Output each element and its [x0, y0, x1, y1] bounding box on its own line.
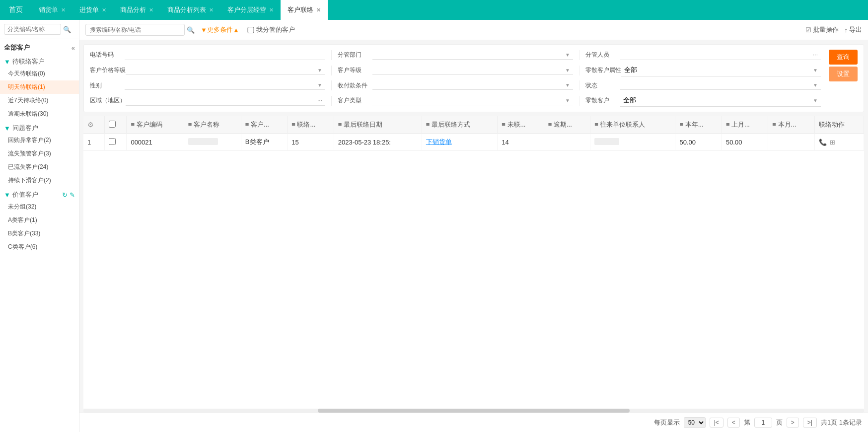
- table-footer: 每页显示 50 |< < 第 页 > >| 共1页 1条记录: [79, 413, 868, 432]
- filter-gender-field: 性别 ▼: [90, 81, 325, 90]
- sidebar-search-icon[interactable]: 🔍: [63, 26, 71, 33]
- filter-customer-level-select[interactable]: ▼: [372, 66, 573, 75]
- row-this-month: [768, 134, 814, 151]
- filter-price-level-field: 客户价格等级 ▼: [90, 66, 325, 75]
- nav-tab-product-list[interactable]: 商品分析列表 ✕: [160, 0, 220, 20]
- grid-action-icon[interactable]: ⊞: [830, 139, 835, 146]
- nav-tab-customer-tier[interactable]: 客户分层经营 ✕: [220, 0, 281, 20]
- page-size-select[interactable]: 50: [684, 417, 706, 428]
- export-icon: ↑: [845, 26, 848, 34]
- sidebar-item-today-contact[interactable]: 今天待联络(0): [0, 67, 79, 80]
- sidebar-item-ungrouped[interactable]: 未分组(32): [0, 200, 79, 214]
- filter-customer-level-field: 客户等级 ▼: [338, 66, 573, 75]
- search-input[interactable]: [85, 24, 185, 36]
- nav-tab-product-analysis[interactable]: 商品分析 ✕: [113, 0, 160, 20]
- sidebar-item-b-customers[interactable]: B类客户(33): [0, 227, 79, 240]
- refresh-icon[interactable]: ↻: [62, 191, 68, 199]
- row-select-checkbox[interactable]: [109, 138, 116, 145]
- table-area: ⚙ ≡ 客户编码 ≡ 客户名称 ≡ 客户... ≡ 联络... ≡ 最后联络日期…: [83, 116, 864, 409]
- query-button[interactable]: 查询: [829, 50, 858, 65]
- edit-value-icon[interactable]: ✎: [70, 191, 75, 199]
- row-overdue: [544, 134, 590, 151]
- set-button[interactable]: 设置: [829, 67, 858, 81]
- row-unit-contact: [590, 134, 675, 151]
- divider3: [331, 66, 332, 75]
- problem-customers-group: ▼ 问题客户: [0, 121, 79, 134]
- my-customer-checkbox-area[interactable]: 我分管的客户: [247, 25, 295, 34]
- filter-btn[interactable]: ▼ 更多条件 ▲: [201, 25, 239, 34]
- filter-panel: 电话号码 分管部门 ▼ 分管人员: [83, 44, 864, 112]
- next-page-btn[interactable]: >: [787, 418, 799, 428]
- filter-gender-select[interactable]: ▼: [125, 81, 325, 90]
- gender-dropdown-icon: ▼: [317, 82, 322, 88]
- col-type: ≡ 客户...: [241, 116, 287, 134]
- value-customers-group: ▼ 价值客户 ↻ ✎: [0, 187, 79, 200]
- page-number-input[interactable]: [754, 418, 772, 428]
- sidebar-item-a-customers[interactable]: A类客户(1): [0, 214, 79, 227]
- retail-attr-dropdown-icon: ▼: [813, 68, 818, 73]
- settings-icon[interactable]: ⚙: [87, 121, 94, 129]
- export-btn[interactable]: ↑ 导出: [845, 25, 863, 34]
- filter-price-level-select[interactable]: ▼: [126, 66, 325, 75]
- select-all-checkbox[interactable]: [109, 121, 116, 128]
- filter-person-select[interactable]: ···: [620, 50, 821, 60]
- sidebar-item-overdue-contact[interactable]: 逾期未联络(30): [0, 107, 79, 121]
- customer-type-dropdown-icon: ▼: [565, 98, 570, 103]
- close-product-list-tab[interactable]: ✕: [209, 7, 214, 13]
- filter-icon: ▼: [201, 26, 207, 34]
- first-page-btn[interactable]: |<: [710, 418, 723, 428]
- sidebar-item-churn-warning[interactable]: 流失预警客户(3): [0, 147, 79, 160]
- close-purchase-tab[interactable]: ✕: [102, 7, 106, 13]
- filter-region-select[interactable]: ···: [126, 95, 325, 106]
- filter-phone-input[interactable]: [125, 50, 325, 60]
- nav-tab-customer-contact[interactable]: 客户联络 ✕: [281, 0, 328, 20]
- last-contact-link[interactable]: 下销货单: [426, 138, 452, 145]
- unit-contact-masked: [594, 138, 619, 145]
- close-sales-tab[interactable]: ✕: [61, 7, 66, 13]
- filter-retail-attr-select[interactable]: 全部 ▼: [621, 64, 821, 76]
- filter-dept-select[interactable]: ▼: [372, 51, 573, 60]
- divider1: [331, 50, 332, 60]
- divider4: [579, 66, 579, 75]
- row-name-masked: [188, 138, 218, 145]
- col-checkbox: [104, 116, 127, 134]
- last-page-btn[interactable]: >|: [803, 418, 817, 428]
- pending-arrow-icon: ▼: [4, 58, 10, 66]
- divider8: [579, 96, 579, 106]
- batch-ops-btn[interactable]: ☑ 批量操作: [805, 25, 839, 34]
- filter-retail-customer-select[interactable]: 全部 ▼: [620, 94, 821, 107]
- row-no-contact: 14: [498, 134, 544, 151]
- sidebar-collapse-icon[interactable]: «: [72, 44, 75, 52]
- prev-page-btn[interactable]: <: [727, 418, 740, 428]
- close-product-analysis-tab[interactable]: ✕: [149, 7, 153, 13]
- filter-retail-customer-field: 零散客户 全部 ▼: [585, 94, 821, 107]
- filter-payment-select[interactable]: ▼: [372, 81, 573, 90]
- close-customer-contact-tab[interactable]: ✕: [316, 7, 321, 13]
- col-this-year: ≡ 本年...: [675, 116, 722, 134]
- col-overdue: ≡ 逾期...: [544, 116, 590, 134]
- sidebar-search-input[interactable]: [4, 24, 61, 35]
- nav-tab-purchase[interactable]: 进货单 ✕: [72, 0, 113, 20]
- sidebar-item-tomorrow-contact[interactable]: 明天待联络(1): [0, 80, 79, 94]
- col-action: 联络动作: [814, 116, 864, 134]
- sidebar-item-declining-customers[interactable]: 持续下滑客户(2): [0, 174, 79, 187]
- sidebar-item-lost-customers[interactable]: 已流失客户(24): [0, 160, 79, 174]
- phone-action-icon[interactable]: 📞: [819, 139, 827, 146]
- sidebar-item-c-customers[interactable]: C类客户(6): [0, 240, 79, 254]
- sidebar-item-7days-contact[interactable]: 近7天待联络(0): [0, 94, 79, 107]
- filter-status-select[interactable]: ▼: [620, 81, 821, 90]
- sidebar-item-repurchase-abnormal[interactable]: 回购异常客户(2): [0, 134, 79, 147]
- nav-home[interactable]: 首页: [0, 0, 32, 20]
- row-last-contact-date: 2023-05-23 18:25:: [334, 134, 422, 151]
- row-index: 1: [83, 134, 104, 151]
- nav-tab-sales[interactable]: 销货单 ✕: [32, 0, 72, 20]
- horizontal-scrollbar[interactable]: [83, 409, 864, 413]
- checkbox-icon: ☑: [805, 26, 811, 34]
- search-icon[interactable]: 🔍: [187, 26, 195, 34]
- scrollbar-thumb[interactable]: [318, 409, 630, 413]
- filter-customer-type-select[interactable]: ▼: [372, 96, 573, 105]
- my-customer-checkbox[interactable]: [247, 27, 254, 33]
- close-customer-tier-tab[interactable]: ✕: [269, 7, 274, 13]
- col-code: ≡ 客户编码: [127, 116, 184, 134]
- row-last-contact-method[interactable]: 下销货单: [422, 134, 498, 151]
